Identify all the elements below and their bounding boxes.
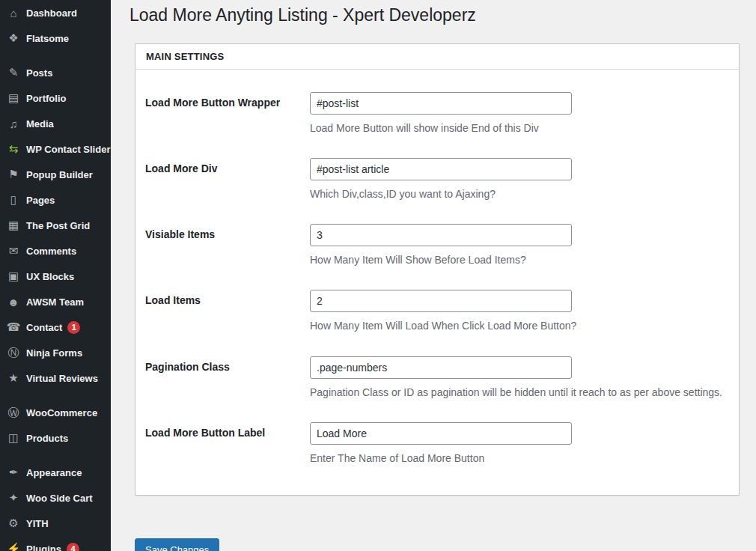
form-row: Load More Div Which Div,class,ID you wan… [145,158,724,201]
posts-icon: ✎ [6,66,21,79]
field-help-text: Pagination Class or ID as pagination wil… [310,386,724,399]
sidebar-item-contact[interactable]: ☎ Contact 1 [0,314,111,340]
sidebar-item-label: WooCommerce [26,407,97,418]
field-help-text: Load More Button will show inside End of… [310,121,724,135]
contact-icon: ☎ [6,320,21,334]
sidebar-item-label: Popup Builder [26,169,93,180]
appearance-icon: ✒ [6,466,21,479]
sidebar-item-woo-side-cart[interactable]: ✦ Woo Side Cart [0,485,111,511]
main-settings-panel: MAIN SETTINGS Load More Button Wrapper L… [135,43,740,496]
media-icon: ♫ [6,118,21,130]
field-label: Pagination Class [145,356,310,399]
load-more-div-input[interactable] [310,158,572,180]
sidebar-item-label: YITH [26,518,49,529]
settings-form: Load More Button Wrapper Load More Butto… [135,70,739,495]
page-title: Load More Anyting Listing - Xpert Develo… [129,4,740,27]
admin-sidebar: ⌂ Dashboard ❖ Flatsome ✎ Posts ▤ Portfol… [0,0,111,551]
load-more-button-label-input[interactable] [310,422,572,445]
sidebar-item-label: WP Contact Slider [26,144,110,155]
sidebar-item-label: Pages [26,195,55,206]
main-content: Load More Anyting Listing - Xpert Develo… [111,0,756,551]
panel-heading: MAIN SETTINGS [135,44,739,70]
sidebar-item-posts[interactable]: ✎ Posts [0,60,111,85]
field-label: Load More Button Wrapper [145,92,310,135]
team-icon: ☻ [6,296,21,308]
sidebar-item-media[interactable]: ♫ Media [0,111,111,136]
post-grid-icon: ▦ [6,219,21,232]
sidebar-item-portfolio[interactable]: ▤ Portfolio [0,85,111,111]
sidebar-item-ux-blocks[interactable]: ▣ UX Blocks [0,264,111,289]
field-label: Visiable Items [145,224,310,267]
plugins-icon: ⚡ [6,542,21,551]
field-wrap: Pagination Class or ID as pagination wil… [310,356,724,399]
sidebar-item-popup-builder[interactable]: ⚑ Popup Builder [0,162,111,187]
form-row: Load More Button Label Enter The Name of… [145,422,724,465]
load-items-input[interactable] [310,290,572,312]
popup-builder-icon: ⚑ [6,168,21,181]
field-wrap: How Many Item Will Show Before Load Item… [310,224,724,267]
sidebar-item-label: UX Blocks [26,271,74,282]
sidebar-item-label: Contact [26,322,62,333]
save-changes-button[interactable]: Save Changes [135,538,219,551]
field-wrap: Load More Button will show inside End of… [310,92,724,135]
load-more-button-wrapper-input[interactable] [310,92,572,115]
sidebar-item-woocommerce[interactable]: Ⓦ WooCommerce [0,400,111,425]
sidebar-item-virtual-reviews[interactable]: ★ Virtual Reviews [0,365,111,391]
sidebar-item-flatsome[interactable]: ❖ Flatsome [0,25,111,51]
sidebar-item-label: Posts [26,67,52,79]
field-help-text: How Many Item Will Show Before Load Item… [310,253,724,267]
contact-slider-icon: ⇆ [6,142,21,156]
dashboard-icon: ⌂ [6,7,21,19]
field-wrap: How Many Item Will Load When Click Load … [310,290,724,332]
pages-icon: ▯ [6,193,21,207]
ux-blocks-icon: ▣ [6,270,21,283]
sidebar-item-label: Portfolio [26,93,66,104]
field-wrap: Enter The Name of Load More Button [310,422,724,465]
field-label: Load More Button Label [145,422,310,465]
sidebar-separator [0,451,111,460]
yith-icon: ⚙ [6,517,21,530]
sidebar-item-the-post-grid[interactable]: ▦ The Post Grid [0,213,111,238]
sidebar-item-label: Ninja Forms [26,347,82,359]
sidebar-item-yith[interactable]: ⚙ YITH [0,511,111,536]
sidebar-item-label: Virtual Reviews [26,373,98,384]
sidebar-item-plugins[interactable]: ⚡ Plugins 4 [0,536,111,551]
products-icon: ◫ [6,431,21,445]
form-row: Visiable Items How Many Item Will Show B… [145,224,724,267]
field-label: Load More Div [145,158,310,201]
field-help-text: Enter The Name of Load More Button [310,451,724,465]
sidebar-item-label: Media [26,118,54,130]
sidebar-item-label: Plugins [26,544,61,551]
field-help-text: How Many Item Will Load When Click Load … [310,319,724,332]
sidebar-item-awsm-team[interactable]: ☻ AWSM Team [0,289,111,314]
sidebar-item-label: Dashboard [26,7,77,19]
sidebar-item-label: AWSM Team [26,296,84,308]
plugins-count-badge: 4 [67,543,79,551]
field-label: Load Items [145,290,310,332]
side-cart-icon: ✦ [6,491,21,505]
form-row: Load More Button Wrapper Load More Butto… [145,92,724,135]
sidebar-item-dashboard[interactable]: ⌂ Dashboard [0,0,111,25]
sidebar-item-pages[interactable]: ▯ Pages [0,187,111,213]
pagination-class-input[interactable] [310,356,572,379]
sidebar-separator [0,51,111,60]
contact-count-badge: 1 [67,321,80,334]
comments-icon: ✉ [6,244,21,258]
sidebar-item-products[interactable]: ◫ Products [0,425,111,451]
wp-admin-screen: ⌂ Dashboard ❖ Flatsome ✎ Posts ▤ Portfol… [0,0,756,551]
visiable-items-input[interactable] [310,224,572,246]
sidebar-item-ninja-forms[interactable]: Ⓝ Ninja Forms [0,340,111,365]
field-wrap: Which Div,class,ID you want to Ajaxing? [310,158,724,201]
sidebar-item-wp-contact-slider[interactable]: ⇆ WP Contact Slider [0,136,111,162]
form-row: Load Items How Many Item Will Load When … [145,290,724,332]
woocommerce-icon: Ⓦ [6,406,21,420]
sidebar-item-appearance[interactable]: ✒ Appearance [0,460,111,485]
form-row: Pagination Class Pagination Class or ID … [145,356,724,399]
sidebar-item-comments[interactable]: ✉ Comments [0,238,111,264]
ninja-forms-icon: Ⓝ [6,346,21,360]
field-help-text: Which Div,class,ID you want to Ajaxing? [310,187,724,201]
portfolio-icon: ▤ [6,91,21,105]
flatsome-icon: ❖ [6,31,21,45]
sidebar-item-label: Flatsome [26,33,69,44]
sidebar-item-label: Woo Side Cart [26,493,93,504]
